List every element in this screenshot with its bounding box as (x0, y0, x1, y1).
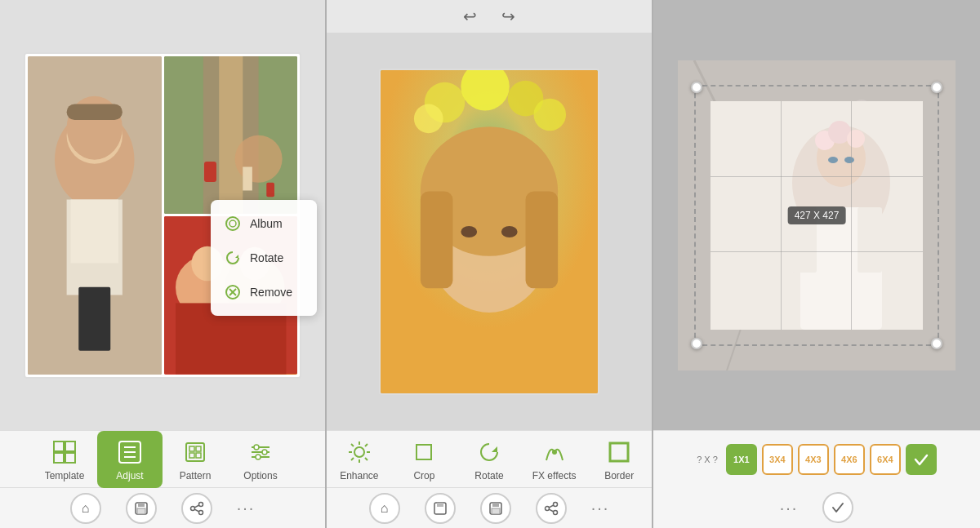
svg-point-85 (553, 510, 557, 514)
svg-rect-28 (54, 453, 64, 463)
left-save-btn[interactable] (126, 493, 157, 524)
toolbar-adjust[interactable]: Adjust (97, 431, 163, 488)
crop-frame: 427 X 427 (678, 60, 956, 370)
adjust-icon (115, 437, 145, 467)
svg-point-43 (262, 450, 267, 455)
undo-btn[interactable]: ↩ (463, 7, 477, 26)
crop-handle-bl[interactable] (691, 338, 702, 349)
svg-rect-2 (219, 56, 243, 215)
confirm-btn[interactable] (906, 444, 937, 475)
toolbar-border[interactable]: Border (586, 431, 652, 488)
collage-cell-kid[interactable] (28, 56, 162, 375)
svg-rect-61 (421, 191, 453, 288)
adjust-label: Adjust (116, 470, 143, 481)
crop-icon (409, 437, 439, 467)
svg-line-87 (549, 505, 554, 508)
pattern-icon (180, 437, 210, 467)
toolbar-crop[interactable]: Crop (392, 431, 457, 488)
svg-rect-38 (196, 453, 201, 458)
svg-rect-9 (71, 199, 119, 263)
crop-handle-tr[interactable] (931, 82, 942, 93)
svg-rect-27 (65, 441, 75, 451)
svg-point-42 (254, 445, 259, 450)
crop-handle-tl[interactable] (691, 82, 702, 93)
ratio-6x4[interactable]: 6X4 (870, 444, 901, 475)
crop-inner: 427 X 427 (710, 101, 923, 330)
svg-line-73 (351, 458, 354, 460)
left-home-btn[interactable]: ⌂ (70, 493, 101, 524)
center-nav-bar: ⌂ (327, 488, 652, 528)
svg-line-70 (351, 444, 354, 446)
context-menu: Album Rotate (211, 200, 317, 316)
svg-point-44 (256, 455, 261, 459)
center-share-btn[interactable] (536, 493, 567, 524)
toolbar-rotate[interactable]: Rotate (457, 431, 522, 488)
context-menu-remove[interactable]: Remove (211, 275, 317, 309)
left-panel: Album Rotate (0, 0, 327, 528)
remove-icon (224, 283, 242, 301)
fx-icon (540, 437, 569, 467)
redo-btn[interactable]: ↪ (501, 7, 515, 26)
center-back-btn[interactable] (425, 493, 456, 524)
ratio-3x4[interactable]: 3X4 (762, 444, 793, 475)
svg-rect-37 (189, 453, 194, 458)
toolbar-options[interactable]: Options (228, 431, 293, 488)
svg-rect-11 (78, 286, 110, 350)
toolbar-template[interactable]: Template (32, 431, 97, 488)
photo-frame (379, 69, 599, 395)
svg-rect-29 (65, 453, 75, 463)
fx-label: FX effects (532, 470, 577, 481)
svg-marker-22 (235, 255, 238, 258)
svg-point-58 (533, 98, 566, 131)
svg-point-84 (545, 506, 549, 510)
right-more-btn[interactable]: ··· (780, 499, 799, 517)
crop-handle-br[interactable] (931, 338, 942, 349)
svg-point-21 (229, 220, 236, 227)
svg-line-86 (549, 509, 554, 512)
crop-size-label: 427 X 427 (788, 206, 846, 224)
ratio-4x6[interactable]: 4X6 (834, 444, 865, 475)
photo-display (327, 33, 652, 430)
crop-area: 427 X 427 (653, 0, 980, 430)
svg-rect-79 (437, 503, 443, 507)
svg-line-72 (365, 444, 368, 446)
enhance-label: Enhance (340, 470, 378, 481)
rotate-toolbar-icon (474, 437, 504, 467)
svg-rect-36 (196, 446, 201, 451)
toolbar-fx[interactable]: FX effects (522, 431, 587, 488)
svg-rect-74 (416, 445, 431, 459)
toolbar-enhance[interactable]: Enhance (327, 431, 392, 488)
left-share-btn[interactable] (181, 493, 212, 524)
svg-point-76 (552, 450, 557, 455)
left-more-btn[interactable]: ··· (237, 499, 256, 517)
context-menu-rotate[interactable]: Rotate (211, 241, 317, 275)
context-menu-album[interactable]: Album (211, 206, 317, 241)
rotate-label: Rotate (474, 470, 503, 481)
ratio-1x1[interactable]: 1X1 (726, 444, 757, 475)
right-confirm-btn[interactable] (822, 492, 853, 523)
options-icon (246, 437, 275, 467)
pattern-label: Pattern (180, 470, 212, 481)
svg-rect-81 (492, 503, 499, 507)
remove-label: Remove (250, 286, 292, 299)
svg-rect-13 (67, 104, 122, 120)
left-bottom-bar: Template Adjust (0, 430, 325, 528)
center-save-btn[interactable] (480, 493, 511, 524)
border-icon (604, 437, 634, 467)
svg-rect-26 (54, 441, 64, 451)
left-nav-bar: ⌂ ··· (0, 488, 325, 528)
svg-point-57 (414, 104, 443, 133)
toolbar-pattern[interactable]: Pattern (163, 431, 228, 488)
center-home-btn[interactable]: ⌂ (369, 493, 400, 524)
svg-point-64 (501, 226, 518, 237)
center-more-btn[interactable]: ··· (591, 499, 610, 517)
collage-area: Album Rotate (0, 0, 325, 430)
svg-line-52 (194, 505, 199, 508)
svg-rect-35 (189, 446, 194, 451)
ratio-4x3[interactable]: 4X3 (798, 444, 829, 475)
center-panel: ↩ ↪ (327, 0, 653, 528)
collage-cell-road[interactable] (164, 56, 298, 215)
svg-rect-4 (243, 166, 252, 190)
rotate-label: Rotate (250, 251, 283, 264)
svg-rect-62 (526, 191, 559, 288)
